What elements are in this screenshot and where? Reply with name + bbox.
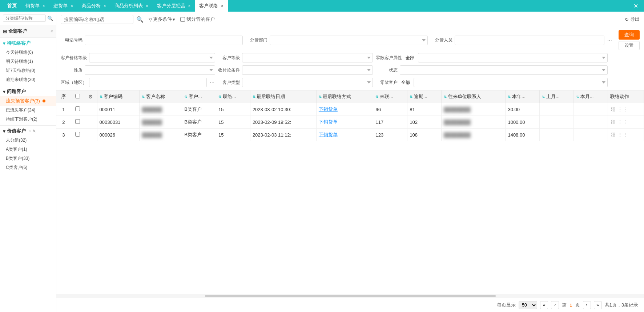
sidebar-search-icon[interactable]: 🔍 xyxy=(47,16,53,21)
sidebar-section-value[interactable]: ▾ 价值客户 ○ ✎ xyxy=(0,125,56,136)
cell-overdue-3: 108 xyxy=(407,129,442,141)
nav-tab-home[interactable]: 首页 xyxy=(3,0,21,12)
all-customers-header[interactable]: ⊞ 全部客户 « xyxy=(0,25,56,38)
close-analysis-list-tab-icon[interactable]: × xyxy=(146,4,148,8)
export-button[interactable]: ↻ 导出 xyxy=(625,16,640,23)
scattered-attr-select[interactable] xyxy=(418,53,608,62)
sort-icon-date[interactable]: ⇅ xyxy=(253,95,255,99)
phone-label: 电话号码 xyxy=(61,37,82,43)
region-input[interactable] xyxy=(89,78,207,87)
row-checkbox-1[interactable] xyxy=(75,106,80,111)
method-link-2[interactable]: 下销货单 xyxy=(319,119,338,125)
close-customer-segment-tab-icon[interactable]: × xyxy=(188,4,190,8)
sidebar-item-ungroup[interactable]: 未分组(32) xyxy=(0,136,56,145)
last-page-button[interactable]: » xyxy=(594,301,602,309)
sort-icon-this-month[interactable]: ⇅ xyxy=(576,95,579,99)
method-link-1[interactable]: 下销货单 xyxy=(319,106,338,112)
per-page-select[interactable]: 50 100 200 xyxy=(519,301,537,309)
select-all-checkbox[interactable] xyxy=(75,94,80,98)
more-conditions-button[interactable]: ▽ 更多条件 ▾ xyxy=(146,15,177,24)
sidebar-item-a-class[interactable]: A类客户(1) xyxy=(0,145,56,154)
collapse-icon[interactable]: « xyxy=(51,29,53,34)
action-link-icon-1[interactable]: ⛓ xyxy=(610,106,615,112)
payment-select[interactable] xyxy=(242,65,373,75)
nav-tab-customer-segment[interactable]: 客户分层经营 × xyxy=(153,0,195,12)
dept-select[interactable] xyxy=(270,36,428,45)
cell-uncontacted-1: 96 xyxy=(373,103,407,116)
value-section-actions[interactable]: ○ ✎ xyxy=(29,129,36,134)
sidebar-item-overdue-contact[interactable]: 逾期未联络(30) xyxy=(0,75,56,84)
sidebar-section-problem[interactable]: ▾ 问题客户 xyxy=(0,86,56,96)
prev-page-button[interactable]: ‹ xyxy=(551,301,559,309)
nav-tab-purchase[interactable]: 进货单 × xyxy=(49,0,77,12)
close-analysis-tab-icon[interactable]: × xyxy=(104,4,106,8)
customer-type-label: 客户类型 xyxy=(218,80,240,86)
action-menu-icon-2[interactable]: ⋮⋮ xyxy=(617,119,628,125)
close-customer-contact-tab-icon[interactable]: × xyxy=(221,4,223,8)
person-dots-icon[interactable]: ··· xyxy=(607,37,613,44)
query-button[interactable]: 查询 xyxy=(619,30,640,40)
payment-label: 收付款条件 xyxy=(218,67,240,73)
table-row: 3 000026 ██████ B类客户 15 2023-02-03 11:12… xyxy=(56,129,644,141)
person-input[interactable] xyxy=(455,36,604,45)
sidebar-item-tomorrow-contact[interactable]: 明天待联络(1) xyxy=(0,57,56,66)
row-checkbox-3[interactable] xyxy=(75,132,80,137)
gear-icon[interactable]: ⚙ xyxy=(88,94,93,100)
phone-input[interactable] xyxy=(85,36,243,45)
close-purchase-tab-icon[interactable]: × xyxy=(71,4,73,8)
sidebar-section-pending[interactable]: ▾ 待联络客户 xyxy=(0,38,56,48)
sidebar-item-churn-warning[interactable]: 流失预警客户(3) xyxy=(0,96,56,106)
sort-icon-person[interactable]: ⇅ xyxy=(444,95,447,99)
nature-select[interactable] xyxy=(85,65,215,75)
next-page-button[interactable]: › xyxy=(583,301,591,309)
action-menu-icon-1[interactable]: ⋮⋮ xyxy=(617,106,628,112)
horizontal-scrollbar[interactable] xyxy=(205,295,496,297)
sort-icon-year[interactable]: ⇅ xyxy=(508,95,511,99)
sort-icon-type[interactable]: ⇅ xyxy=(184,95,187,99)
first-page-button[interactable]: « xyxy=(540,301,548,309)
settings-button[interactable]: 设置 xyxy=(619,41,640,50)
method-link-3[interactable]: 下销货单 xyxy=(319,132,338,137)
action-menu-icon-3[interactable]: ⋮⋮ xyxy=(617,132,628,138)
sort-icon-uncontacted[interactable]: ⇅ xyxy=(375,95,378,99)
sort-icon-overdue[interactable]: ⇅ xyxy=(410,95,412,99)
search-input[interactable] xyxy=(61,15,133,24)
close-sales-tab-icon[interactable]: × xyxy=(43,4,45,8)
close-all-button[interactable]: ✕ xyxy=(631,3,641,9)
region-dots-icon[interactable]: ··· xyxy=(209,79,215,86)
status-select[interactable] xyxy=(400,65,608,75)
sidebar-item-today-contact[interactable]: 今天待联络(0) xyxy=(0,48,56,57)
sidebar-item-7days-contact[interactable]: 近7天待联络(0) xyxy=(0,66,56,75)
sidebar-item-declining[interactable]: 持续下滑客户(2) xyxy=(0,115,56,124)
cell-uncontacted-3: 123 xyxy=(373,129,407,141)
nav-tab-analysis-list[interactable]: 商品分析列表 × xyxy=(110,0,152,12)
my-managed-checkbox-label[interactable]: 我分管的客户 xyxy=(180,16,215,23)
customer-table: 序 ⚙ ⇅ 客户编码 ⇅ 客户名称 xyxy=(56,90,644,141)
scattered-customer-select[interactable] xyxy=(414,78,608,87)
price-level-select[interactable] xyxy=(89,53,215,62)
action-link-icon-3[interactable]: ⛓ xyxy=(610,132,615,138)
sidebar-item-c-class[interactable]: C类客户(6) xyxy=(0,163,56,172)
sidebar-search-input[interactable] xyxy=(3,15,46,22)
sort-icon-name[interactable]: ⇅ xyxy=(142,95,145,99)
sort-icon-method[interactable]: ⇅ xyxy=(319,95,322,99)
nav-tab-sales[interactable]: 销货单 × xyxy=(21,0,49,12)
sort-icon-contact[interactable]: ⇅ xyxy=(218,95,221,99)
cell-code-2: 00030031 xyxy=(97,116,140,129)
sort-icon-last-month[interactable]: ⇅ xyxy=(542,95,545,99)
page-word-before: 第 xyxy=(562,302,567,308)
action-link-icon-2[interactable]: ⛓ xyxy=(610,119,615,125)
nav-tab-customer-contact[interactable]: 客户联络 × xyxy=(195,0,228,12)
sort-icon-code[interactable]: ⇅ xyxy=(100,95,102,99)
customer-type-select[interactable] xyxy=(242,78,373,87)
col-customer-code: ⇅ 客户编码 xyxy=(97,90,140,103)
cell-index-1: 1 xyxy=(56,103,71,116)
sidebar-item-churned[interactable]: 已流失客户(24) xyxy=(0,106,56,115)
nav-tab-analysis[interactable]: 商品分析 × xyxy=(77,0,110,12)
row-checkbox-2[interactable] xyxy=(75,119,80,124)
status-label: 状态 xyxy=(376,67,398,73)
search-button[interactable]: 🔍 xyxy=(136,16,144,23)
customer-level-select[interactable] xyxy=(242,53,373,62)
my-managed-checkbox[interactable] xyxy=(180,17,185,22)
sidebar-item-b-class[interactable]: B类客户(33) xyxy=(0,154,56,163)
